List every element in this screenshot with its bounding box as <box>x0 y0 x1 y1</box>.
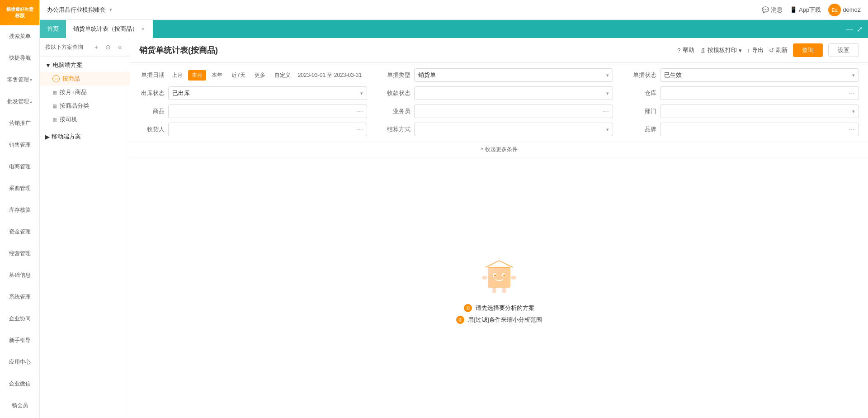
print-button[interactable]: 🖨 按模板打印 ▾ <box>700 46 742 54</box>
dept-control[interactable]: ▾ <box>660 104 859 118</box>
sidebar-item-guide[interactable]: 新手引导 <box>0 329 40 351</box>
sidebar-item-finance[interactable]: 资金管理 <box>0 221 40 242</box>
sidebar-item-label: 批发管理 <box>7 98 29 105</box>
chevron-up-icon: ▴ <box>30 99 32 104</box>
collapse-bar[interactable]: ^ 收起更多条件 <box>130 142 868 157</box>
filter-row-2: 出库状态 已出库 ▾ 收款状态 ▾ <box>139 86 859 100</box>
sidebar-item-label: 基础信息 <box>9 271 31 279</box>
tree-parent-mobile[interactable]: ▶ 移动端方案 <box>40 130 130 143</box>
storage-control[interactable]: ··· <box>660 86 859 100</box>
tab-minimize-button[interactable]: — <box>846 25 853 33</box>
tab-close-icon[interactable]: × <box>141 25 146 33</box>
doc-status-control[interactable]: 已生效 ▾ <box>660 68 859 82</box>
date-tab-last-month[interactable]: 上月 <box>168 70 186 81</box>
filter-receiver: 收货人 ··· <box>139 123 367 136</box>
scheme-icon: ▦ <box>52 103 57 109</box>
refresh-button[interactable]: ↺ 刷新 <box>769 46 788 54</box>
brand-control[interactable]: ··· <box>660 123 859 136</box>
sidebar-item-ecommerce[interactable]: 电商管理 <box>0 156 40 177</box>
sidebar-item-wholesale[interactable]: 批发管理 ▴ <box>0 90 40 112</box>
sidebar-item-sales[interactable]: 销售管理 <box>0 134 40 156</box>
sidebar-item-wechat[interactable]: 企业微信 <box>0 373 40 394</box>
page-title: 销货单统计表(按商品) <box>139 45 218 56</box>
export-button[interactable]: ↑ 导出 <box>747 46 764 54</box>
warehouse-status-value: 已出库 <box>172 89 360 97</box>
left-panel: 按以下方案查询 + ⊙ « ▼ 电脑端方案 <box>40 38 130 418</box>
tab-maximize-button[interactable]: ⤢ <box>857 25 863 33</box>
filter-warehouse-status: 出库状态 已出库 ▾ <box>139 86 367 100</box>
user-name: demo2 <box>843 6 861 13</box>
sidebar-item-member[interactable]: 畅会员 <box>0 394 40 416</box>
scheme-settings-button[interactable]: ⊙ <box>104 43 113 52</box>
help-button[interactable]: ? 帮助 <box>677 46 694 54</box>
setting-button[interactable]: 设置 <box>828 43 859 57</box>
app-logo[interactable]: 畅捷通好生意 标版 <box>0 0 40 25</box>
more-icon: ··· <box>849 125 855 133</box>
filter-date: 单据日期 上月 本月 本年 近7天 更多 自定义 2023-03-01 至 20… <box>139 70 367 81</box>
doc-type-value: 销货单 <box>418 71 606 79</box>
goods-control[interactable]: ··· <box>168 104 367 118</box>
user-menu[interactable]: Ea demo2 <box>828 4 861 16</box>
query-button[interactable]: 查询 <box>793 43 823 57</box>
tree-child-by-goods[interactable]: ○ 按商品 <box>40 72 130 86</box>
sidebar-item-operation[interactable]: 经营管理 <box>0 242 40 264</box>
date-tab-custom[interactable]: 自定义 <box>271 70 294 81</box>
warehouse-status-control[interactable]: 已出库 ▾ <box>168 86 367 100</box>
app-download-button[interactable]: 📱 App下载 <box>790 6 821 14</box>
sidebar-item-search[interactable]: 搜索菜单 <box>0 25 40 47</box>
main-area: 办公用品行业模拟账套 ▾ 💬 消息 📱 App下载 Ea demo2 首页 <box>40 0 868 418</box>
tab-spacer <box>153 20 840 38</box>
tree-child-by-driver[interactable]: ▦ 按司机 <box>40 113 130 126</box>
date-control: 上月 本月 本年 近7天 更多 自定义 2023-03-01 至 2023-03… <box>168 70 367 81</box>
sidebar-item-basic[interactable]: 基础信息 <box>0 264 40 286</box>
sidebar-item-label: 企业协同 <box>9 315 31 323</box>
tree-child-by-month-goods[interactable]: ▦ 按月+商品 <box>40 86 130 99</box>
tab-home[interactable]: 首页 <box>40 20 66 38</box>
payment-status-control[interactable]: ▾ <box>414 86 613 100</box>
sidebar-item-inventory[interactable]: 库存核算 <box>0 199 40 221</box>
tree-child-by-category[interactable]: ▦ 按商品分类 <box>40 99 130 113</box>
sidebar-item-enterprise[interactable]: 企业协同 <box>0 308 40 329</box>
date-tab-this-month[interactable]: 本月 <box>188 70 206 81</box>
date-tab-7days[interactable]: 近7天 <box>228 70 249 81</box>
tab-window-actions: — ⤢ <box>840 20 868 38</box>
sidebar-item-marketing[interactable]: 营销推广 <box>0 112 40 134</box>
industry-dropdown-icon[interactable]: ▾ <box>109 7 112 13</box>
empty-hint-1: ① 请先选择要分析的方案 <box>464 304 534 312</box>
date-tab-this-year[interactable]: 本年 <box>208 70 226 81</box>
tree-mobile: ▶ 移动端方案 <box>40 128 130 145</box>
date-tab-more[interactable]: 更多 <box>251 70 269 81</box>
export-icon: ↑ <box>747 47 750 54</box>
tab-sales-stats[interactable]: 销货单统计表（按商品） × <box>66 20 153 38</box>
receiver-control[interactable]: ··· <box>168 123 367 136</box>
empty-illustration <box>476 252 522 297</box>
message-button[interactable]: 💬 消息 <box>762 6 783 14</box>
filter-row-1: 单据日期 上月 本月 本年 近7天 更多 自定义 2023-03-01 至 20… <box>139 68 859 82</box>
sidebar-item-appcenter[interactable]: 应用中心 <box>0 351 40 373</box>
print-dropdown-icon: ▾ <box>739 47 742 54</box>
brand-label: 品牌 <box>631 125 656 133</box>
refresh-icon: ↺ <box>769 47 774 54</box>
sidebar-item-system[interactable]: 系统管理 <box>0 286 40 308</box>
sidebar-item-quicknav[interactable]: 快捷导航 <box>0 47 40 69</box>
chevron-down-icon: ▾ <box>30 77 32 82</box>
sidebar-item-label: 经营管理 <box>9 250 31 257</box>
add-scheme-button[interactable]: + <box>92 43 101 52</box>
message-icon: 💬 <box>762 6 769 13</box>
doc-type-label: 单据类型 <box>385 71 410 79</box>
date-label: 单据日期 <box>139 71 165 79</box>
sidebar-item-retail[interactable]: 零售管理 ▾ <box>0 69 40 90</box>
scheme-icon: ▦ <box>52 117 57 123</box>
staff-control[interactable]: ··· <box>414 104 613 118</box>
panel-collapse-button[interactable]: « <box>115 43 124 52</box>
sidebar: 畅捷通好生意 标版 搜索菜单 快捷导航 零售管理 ▾ 批发管理 ▴ 营销推广 销… <box>0 0 40 418</box>
settlement-control[interactable]: ▾ <box>414 123 613 136</box>
filter-storage: 仓库 ··· <box>631 86 859 100</box>
page-actions: ? 帮助 🖨 按模板打印 ▾ ↑ 导出 ↺ <box>677 43 859 57</box>
filter-doc-status: 单据状态 已生效 ▾ <box>631 68 859 82</box>
sidebar-item-purchase[interactable]: 采购管理 <box>0 177 40 199</box>
right-panel: 销货单统计表(按商品) ? 帮助 🖨 按模板打印 ▾ ↑ <box>130 38 868 418</box>
svg-point-7 <box>511 276 516 280</box>
tree-parent-desktop[interactable]: ▼ 电脑端方案 <box>40 58 130 72</box>
doc-type-control[interactable]: 销货单 ▾ <box>414 68 613 82</box>
